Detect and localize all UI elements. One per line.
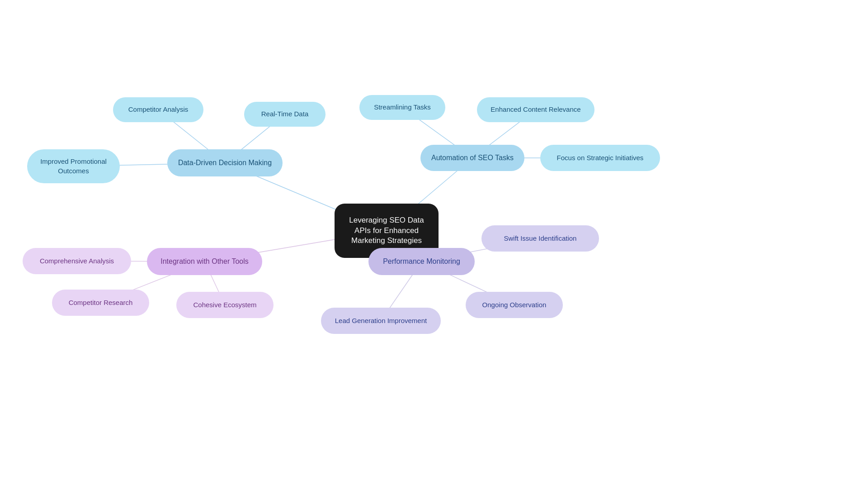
branch-data-driven: Data-Driven Decision Making	[167, 149, 283, 176]
node-cohesive-ecosystem: Cohesive Ecosystem	[176, 292, 274, 318]
node-swift-issue: Swift Issue Identification	[481, 225, 599, 252]
node-enhanced-content: Enhanced Content Relevance	[477, 97, 594, 122]
node-focus-strategic: Focus on Strategic Initiatives	[540, 145, 660, 171]
mindmap-container: Leveraging SEO Data APIs for Enhanced Ma…	[0, 0, 868, 490]
branch-automation: Automation of SEO Tasks	[420, 145, 524, 171]
branch-integration: Integration with Other Tools	[147, 248, 262, 275]
node-competitor-research: Competitor Research	[52, 290, 149, 316]
branch-performance-monitoring: Performance Monitoring	[368, 248, 475, 275]
node-comprehensive-analysis: Comprehensive Analysis	[23, 248, 131, 274]
node-competitor-analysis: Competitor Analysis	[113, 97, 203, 122]
node-improved-promotional: Improved Promotional Outcomes	[27, 149, 120, 183]
node-real-time-data: Real-Time Data	[244, 102, 326, 127]
node-streamlining-tasks: Streamlining Tasks	[359, 95, 445, 120]
node-lead-generation: Lead Generation Improvement	[321, 308, 441, 334]
node-ongoing-observation: Ongoing Observation	[466, 292, 563, 318]
